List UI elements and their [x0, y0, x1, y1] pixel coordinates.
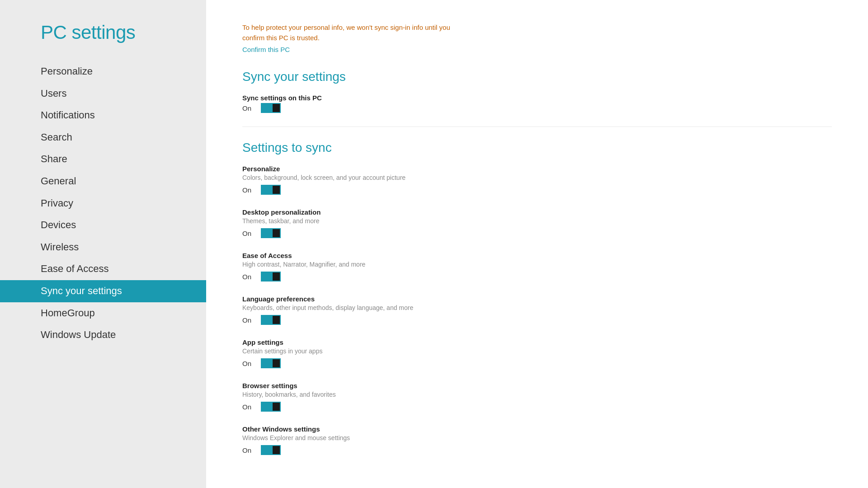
sidebar-item-homegroup[interactable]: HomeGroup	[41, 302, 206, 324]
sidebar-item-search[interactable]: Search	[41, 127, 206, 149]
sync-item-ease-of-access: Ease of Access High contrast, Narrator, …	[242, 252, 832, 282]
settings-to-sync-title: Settings to sync	[242, 141, 832, 155]
sync-item-toggle-browser-settings[interactable]	[261, 402, 281, 412]
sync-item-other-windows-settings: Other Windows settings Windows Explorer …	[242, 425, 832, 455]
sync-item-name-language-preferences: Language preferences	[242, 295, 832, 303]
sync-item-toggle-app-settings[interactable]	[261, 358, 281, 368]
sidebar: PC settings PersonalizeUsersNotification…	[0, 0, 206, 488]
sidebar-item-general[interactable]: General	[41, 170, 206, 192]
sidebar-item-share[interactable]: Share	[41, 148, 206, 170]
sync-item-name-desktop-personalization: Desktop personalization	[242, 208, 832, 216]
sync-item-toggle-ease-of-access[interactable]	[261, 272, 281, 282]
sync-item-personalize: Personalize Colors, background, lock scr…	[242, 165, 832, 195]
sidebar-item-wireless[interactable]: Wireless	[41, 236, 206, 258]
sidebar-item-devices[interactable]: Devices	[41, 214, 206, 236]
sync-item-state-browser-settings: On	[242, 403, 254, 411]
sync-item-toggle-row-app-settings: On	[242, 358, 832, 368]
sync-item-toggle-row-browser-settings: On	[242, 402, 832, 412]
sync-item-toggle-row-desktop-personalization: On	[242, 228, 832, 238]
sync-item-desc-desktop-personalization: Themes, taskbar, and more	[242, 217, 832, 225]
sync-item-desc-ease-of-access: High contrast, Narrator, Magnifier, and …	[242, 261, 832, 268]
sidebar-item-users[interactable]: Users	[41, 83, 206, 105]
sync-item-desc-app-settings: Certain settings in your apps	[242, 347, 832, 355]
confirm-link[interactable]: Confirm this PC	[242, 46, 832, 53]
app-title: PC settings	[41, 22, 206, 43]
sync-settings-on-pc-row: Sync settings on this PC On	[242, 94, 832, 113]
sidebar-item-sync-your-settings[interactable]: Sync your settings	[0, 280, 206, 302]
sync-item-toggle-desktop-personalization[interactable]	[261, 228, 281, 238]
sync-item-desc-other-windows-settings: Windows Explorer and mouse settings	[242, 434, 832, 441]
sync-item-state-other-windows-settings: On	[242, 446, 254, 454]
sync-item-toggle-row-language-preferences: On	[242, 315, 832, 325]
sync-item-state-desktop-personalization: On	[242, 230, 254, 237]
warning-text: To help protect your personal info, we w…	[242, 23, 459, 43]
sync-item-toggle-row-other-windows-settings: On	[242, 445, 832, 455]
sync-item-state-language-preferences: On	[242, 316, 254, 324]
sync-item-state-personalize: On	[242, 186, 254, 194]
sync-item-desc-personalize: Colors, background, lock screen, and you…	[242, 174, 832, 181]
sidebar-item-windows-update[interactable]: Windows Update	[41, 324, 206, 346]
sync-settings-on-pc-toggle-row: On	[242, 103, 832, 113]
sync-section-title: Sync your settings	[242, 70, 832, 84]
sync-item-language-preferences: Language preferences Keyboards, other in…	[242, 295, 832, 325]
sidebar-item-personalize[interactable]: Personalize	[41, 61, 206, 83]
sync-settings-on-pc-toggle[interactable]	[261, 103, 281, 113]
sync-item-desc-language-preferences: Keyboards, other input methods, display …	[242, 304, 832, 311]
sync-item-name-ease-of-access: Ease of Access	[242, 252, 832, 259]
sidebar-item-notifications[interactable]: Notifications	[41, 104, 206, 127]
sidebar-item-privacy[interactable]: Privacy	[41, 192, 206, 215]
section-divider	[242, 127, 832, 127]
sidebar-item-ease-of-access[interactable]: Ease of Access	[41, 258, 206, 280]
sync-item-desc-browser-settings: History, bookmarks, and favorites	[242, 391, 832, 398]
sync-item-toggle-language-preferences[interactable]	[261, 315, 281, 325]
sync-item-browser-settings: Browser settings History, bookmarks, and…	[242, 382, 832, 412]
sync-settings-on-pc-label: Sync settings on this PC	[242, 94, 832, 102]
sync-item-toggle-row-personalize: On	[242, 185, 832, 195]
sync-item-app-settings: App settings Certain settings in your ap…	[242, 338, 832, 368]
sync-item-state-ease-of-access: On	[242, 273, 254, 281]
sync-item-name-personalize: Personalize	[242, 165, 832, 173]
sync-item-toggle-personalize[interactable]	[261, 185, 281, 195]
sync-item-toggle-row-ease-of-access: On	[242, 272, 832, 282]
sync-settings-on-pc-state: On	[242, 104, 254, 112]
sync-item-name-browser-settings: Browser settings	[242, 382, 832, 389]
sync-item-desktop-personalization: Desktop personalization Themes, taskbar,…	[242, 208, 832, 238]
sync-item-toggle-other-windows-settings[interactable]	[261, 445, 281, 455]
sync-item-name-other-windows-settings: Other Windows settings	[242, 425, 832, 433]
main-content: To help protect your personal info, we w…	[206, 0, 868, 488]
sync-item-state-app-settings: On	[242, 360, 254, 367]
sync-item-name-app-settings: App settings	[242, 338, 832, 346]
